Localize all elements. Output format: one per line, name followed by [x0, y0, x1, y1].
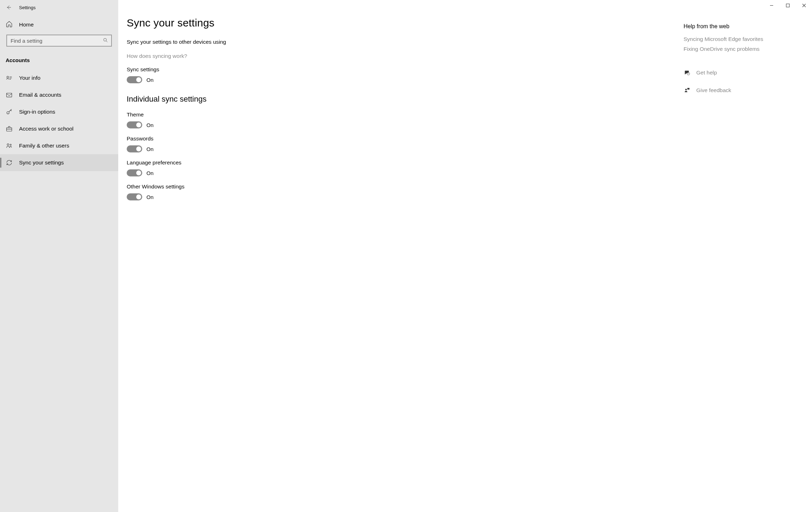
theme-block: Theme On	[127, 112, 374, 128]
help-link-onedrive-sync[interactable]: Fixing OneDrive sync problems	[684, 46, 804, 52]
svg-text:?: ?	[688, 73, 689, 75]
sidebar-item-label: Sync your settings	[19, 159, 64, 166]
main-area: Sync your settings Sync your settings to…	[118, 0, 812, 512]
setting-label: Other Windows settings	[127, 183, 374, 190]
toggle-row: On	[127, 169, 374, 176]
toggle-state-label: On	[146, 146, 154, 152]
language-block: Language preferences On	[127, 159, 374, 176]
svg-point-0	[104, 38, 107, 41]
sidebar-item-family-users[interactable]: Family & other users	[0, 137, 118, 154]
passwords-toggle[interactable]	[127, 145, 142, 152]
minimize-button[interactable]	[763, 0, 780, 11]
search-input[interactable]	[11, 38, 103, 44]
svg-point-5	[7, 144, 9, 145]
svg-point-6	[10, 144, 11, 146]
titlebar: Settings	[0, 0, 118, 14]
sidebar-item-access-work-school[interactable]: Access work or school	[0, 120, 118, 137]
setting-label: Language preferences	[127, 159, 374, 166]
toggle-state-label: On	[146, 77, 154, 83]
feedback-icon	[684, 87, 691, 94]
how-syncing-works-link[interactable]: How does syncing work?	[127, 53, 374, 59]
minimize-icon	[770, 4, 774, 7]
briefcase-icon	[6, 125, 13, 132]
maximize-icon	[786, 4, 790, 7]
key-icon	[6, 108, 13, 115]
setting-label: Passwords	[127, 135, 374, 142]
sidebar-section-header: Accounts	[0, 51, 118, 70]
action-label: Give feedback	[696, 87, 731, 94]
toggle-state-label: On	[146, 194, 154, 200]
theme-toggle[interactable]	[127, 121, 142, 128]
svg-rect-2	[7, 93, 12, 97]
svg-point-1	[7, 76, 8, 78]
sidebar-item-home[interactable]: Home	[0, 14, 118, 35]
svg-point-3	[7, 112, 9, 114]
setting-label: Sync settings	[127, 66, 374, 73]
svg-rect-11	[687, 88, 690, 90]
window-controls	[763, 0, 812, 11]
sidebar-item-label: Email & accounts	[19, 92, 61, 98]
sidebar-item-label: Family & other users	[19, 143, 69, 149]
sidebar-item-email-accounts[interactable]: Email & accounts	[0, 86, 118, 103]
svg-rect-4	[7, 128, 12, 131]
sidebar-item-label: Your info	[19, 75, 41, 81]
sidebar-item-sign-in-options[interactable]: Sign-in options	[0, 103, 118, 120]
sidebar-item-sync-settings[interactable]: Sync your settings	[0, 154, 118, 171]
action-label: Get help	[696, 70, 717, 76]
close-icon	[802, 4, 806, 7]
maximize-button[interactable]	[780, 0, 796, 11]
person-card-icon	[6, 74, 13, 82]
give-feedback-row[interactable]: Give feedback	[684, 87, 804, 94]
svg-rect-7	[786, 4, 789, 7]
toggle-state-label: On	[146, 122, 154, 128]
sidebar-item-label: Access work or school	[19, 126, 73, 132]
svg-point-10	[685, 89, 687, 91]
page-title: Sync your settings	[127, 17, 374, 29]
arrow-left-icon	[6, 4, 12, 11]
language-toggle[interactable]	[127, 169, 142, 176]
toggle-row: On	[127, 145, 374, 152]
sync-icon	[6, 159, 13, 166]
sidebar: Settings Home Accounts Your info Email &…	[0, 0, 118, 512]
sync-settings-toggle[interactable]	[127, 76, 142, 83]
help-column: Help from the web Syncing Microsoft Edge…	[684, 17, 804, 504]
sidebar-item-label: Sign-in options	[19, 109, 55, 115]
toggle-row: On	[127, 193, 374, 200]
back-button[interactable]	[5, 4, 13, 11]
settings-column: Sync your settings Sync your settings to…	[127, 17, 374, 504]
passwords-block: Passwords On	[127, 135, 374, 152]
window-title: Settings	[19, 5, 36, 10]
toggle-state-label: On	[146, 170, 154, 176]
get-help-row[interactable]: ? Get help	[684, 69, 804, 76]
content: Sync your settings Sync your settings to…	[118, 0, 812, 512]
search-container	[0, 35, 118, 51]
people-icon	[6, 142, 13, 149]
sidebar-item-label: Home	[19, 22, 34, 28]
setting-label: Theme	[127, 112, 374, 118]
help-title: Help from the web	[684, 23, 804, 30]
search-box[interactable]	[6, 35, 112, 47]
help-link-edge-favorites[interactable]: Syncing Microsoft Edge favorites	[684, 36, 804, 42]
other-windows-toggle[interactable]	[127, 193, 142, 200]
mail-icon	[6, 91, 13, 98]
close-button[interactable]	[796, 0, 812, 11]
home-icon	[6, 20, 13, 29]
individual-sync-heading: Individual sync settings	[127, 95, 374, 104]
search-icon	[103, 37, 108, 44]
sync-subtitle: Sync your settings to other devices usin…	[127, 39, 374, 45]
sync-settings-block: Sync settings On	[127, 66, 374, 83]
toggle-row: On	[127, 121, 374, 128]
toggle-row: On	[127, 76, 374, 83]
other-windows-block: Other Windows settings On	[127, 183, 374, 200]
chat-help-icon: ?	[684, 69, 691, 76]
sidebar-item-your-info[interactable]: Your info	[0, 70, 118, 86]
